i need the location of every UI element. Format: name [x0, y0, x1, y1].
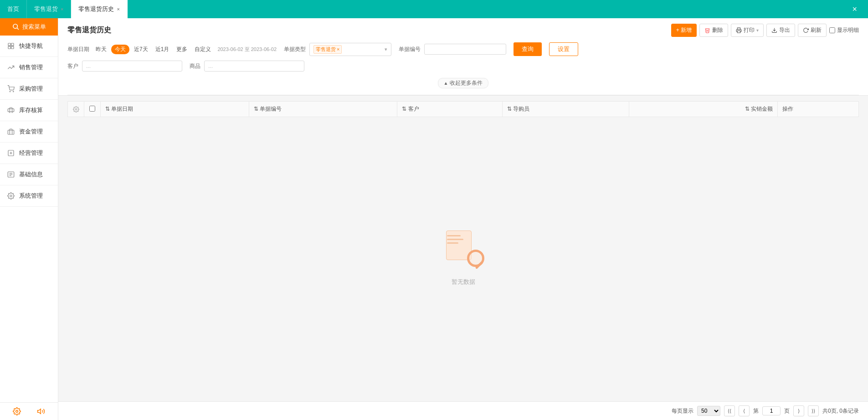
- pg-prev-button[interactable]: ⟨: [739, 405, 750, 416]
- pg-first-button[interactable]: ⟨⟨: [724, 405, 735, 416]
- table-head: ⇅ 单据日期 ⇅ 单据编号 ⇅ 客户 ⇅ 导购员: [68, 102, 859, 117]
- bill-no-filter: 单据编号: [399, 44, 506, 55]
- bill-type-filter: 单据类型 零售退货 × ▾: [284, 43, 391, 56]
- per-page-select[interactable]: 50 20 100: [697, 406, 720, 416]
- tab-retail-return-history[interactable]: 零售退货历史 ×: [71, 0, 127, 18]
- svg-rect-19: [737, 31, 740, 33]
- bill-no-input[interactable]: [424, 44, 506, 55]
- collapse-up-icon: ▲: [444, 81, 448, 86]
- sidebar-item-quick-nav[interactable]: 快捷导航: [0, 36, 58, 57]
- svg-rect-4: [8, 46, 10, 49]
- sales-icon: [7, 64, 15, 71]
- sidebar-item-sales-mgmt[interactable]: 销售管理: [0, 57, 58, 78]
- basic-info-icon: [7, 171, 15, 178]
- date-btn-more[interactable]: 更多: [174, 45, 190, 54]
- tab-home[interactable]: 首页: [0, 0, 27, 18]
- th-customer[interactable]: ⇅ 客户: [397, 102, 503, 117]
- svg-rect-8: [8, 130, 14, 134]
- sidebar: 搜索菜单 快捷导航 销售管理: [0, 18, 58, 420]
- window-close-button[interactable]: ×: [848, 5, 861, 14]
- query-button[interactable]: 查询: [514, 42, 542, 56]
- set-button[interactable]: 设置: [549, 42, 578, 56]
- new-button[interactable]: + 新增: [671, 24, 697, 37]
- th-bill-no[interactable]: ⇅ 单据编号: [249, 102, 397, 117]
- sidebar-item-finance[interactable]: 资金管理: [0, 121, 58, 143]
- show-detail-input[interactable]: [829, 27, 835, 33]
- content-area: 零售退货历史 + 新增 删除: [58, 18, 868, 420]
- goods-label: 商品: [190, 62, 200, 70]
- sidebar-item-inventory[interactable]: 库存核算: [0, 100, 58, 121]
- system-icon: [7, 192, 15, 200]
- top-bar: 首页 零售退货 × 零售退货历史 × ×: [0, 0, 868, 18]
- bill-type-tag-close[interactable]: ×: [337, 46, 339, 52]
- export-button[interactable]: 导出: [766, 24, 795, 37]
- tab-retail-return-history-close[interactable]: ×: [117, 6, 119, 12]
- date-btn-custom[interactable]: 自定义: [192, 45, 214, 54]
- date-btn-7days[interactable]: 近7天: [131, 45, 151, 54]
- operations-icon: [7, 149, 15, 157]
- pg-next-button[interactable]: ⟩: [793, 405, 804, 416]
- top-bar-right: ×: [848, 5, 868, 14]
- date-btn-1month[interactable]: 近1月: [153, 45, 172, 54]
- refresh-icon: [803, 27, 809, 33]
- toolbar-row: + 新增 删除: [671, 24, 859, 37]
- collapse-row: ▲ 收起更多条件: [67, 76, 859, 90]
- page-input[interactable]: [762, 406, 781, 415]
- refresh-button[interactable]: 刷新: [798, 24, 827, 37]
- customer-filter: 客户 ...: [67, 61, 182, 72]
- sidebar-item-system-mgmt[interactable]: 系统管理: [0, 185, 58, 207]
- tab-list: 首页 零售退货 × 零售退货历史 ×: [0, 0, 848, 18]
- sidebar-item-operations[interactable]: 经营管理: [0, 143, 58, 164]
- bill-type-label: 单据类型: [284, 46, 306, 53]
- delete-icon: [704, 27, 710, 33]
- svg-line-1: [17, 28, 19, 30]
- tab-retail-return[interactable]: 零售退货 ×: [27, 0, 71, 18]
- bill-date-filter: 单据日期 昨天 今天 近7天 近1月 更多 自定义 2023-06-02 至 2…: [67, 45, 277, 54]
- date-btn-today[interactable]: 今天: [111, 45, 129, 54]
- delete-button[interactable]: 删除: [699, 24, 728, 37]
- svg-point-17: [16, 410, 18, 413]
- sidebar-search[interactable]: 搜索菜单: [0, 18, 58, 36]
- tab-retail-return-close[interactable]: ×: [61, 6, 63, 12]
- sidebar-nav: 快捷导航 销售管理 采购管理: [0, 36, 58, 402]
- goods-select[interactable]: ...: [204, 61, 304, 72]
- volume-icon[interactable]: [37, 407, 45, 415]
- export-icon: [771, 27, 777, 33]
- filter-row-1: 单据日期 昨天 今天 近7天 近1月 更多 自定义 2023-06-02 至 2…: [67, 42, 859, 56]
- main-layout: 搜索菜单 快捷导航 销售管理: [0, 18, 868, 420]
- empty-state: 暂无数据: [67, 117, 859, 396]
- th-checkbox[interactable]: [84, 102, 101, 117]
- svg-rect-5: [11, 46, 14, 49]
- customer-label: 客户: [67, 62, 78, 70]
- filter-area: 单据日期 昨天 今天 近7天 近1月 更多 自定义 2023-06-02 至 2…: [67, 42, 859, 95]
- svg-point-0: [13, 24, 17, 28]
- total-info: 共0页, 0条记录: [822, 407, 859, 415]
- action-buttons: 查询: [514, 42, 542, 56]
- page-title-row: 零售退货历史 + 新增 删除: [67, 24, 859, 37]
- svg-point-16: [10, 195, 12, 197]
- collapse-button[interactable]: ▲ 收起更多条件: [438, 78, 489, 88]
- sidebar-item-purchase-mgmt[interactable]: 采购管理: [0, 78, 58, 100]
- date-btn-yesterday[interactable]: 昨天: [93, 45, 109, 54]
- th-bill-date[interactable]: ⇅ 单据日期: [101, 102, 249, 117]
- per-page-label: 每页显示: [672, 407, 693, 415]
- sidebar-item-basic-info[interactable]: 基础信息: [0, 164, 58, 185]
- svg-rect-2: [8, 43, 10, 46]
- show-detail-checkbox[interactable]: 显示明细: [829, 26, 859, 34]
- page-header: 零售退货历史 + 新增 删除: [58, 18, 868, 96]
- pg-last-button[interactable]: ⟩⟩: [808, 405, 819, 416]
- print-button[interactable]: 打印 ▾: [731, 24, 764, 37]
- th-actual-amount[interactable]: ⇅ 实销金额: [629, 102, 778, 117]
- bill-type-dropdown-icon: ▾: [385, 46, 387, 52]
- th-guide[interactable]: ⇅ 导购员: [503, 102, 629, 117]
- select-all-checkbox[interactable]: [89, 106, 95, 112]
- bill-type-select[interactable]: 零售退货 × ▾: [309, 43, 391, 56]
- date-button-group: 昨天 今天 近7天 近1月 更多 自定义: [93, 45, 214, 54]
- pagination-bar: 每页显示 50 20 100 ⟨⟨ ⟨ 第 页 ⟩ ⟩⟩ 共0页, 0条记录: [58, 401, 868, 420]
- svg-point-21: [75, 108, 77, 110]
- customer-select[interactable]: ...: [82, 61, 182, 72]
- bill-no-label: 单据编号: [399, 46, 421, 53]
- th-settings[interactable]: [68, 102, 84, 117]
- settings-bottom-icon[interactable]: [13, 407, 21, 415]
- empty-illustration: [441, 227, 486, 272]
